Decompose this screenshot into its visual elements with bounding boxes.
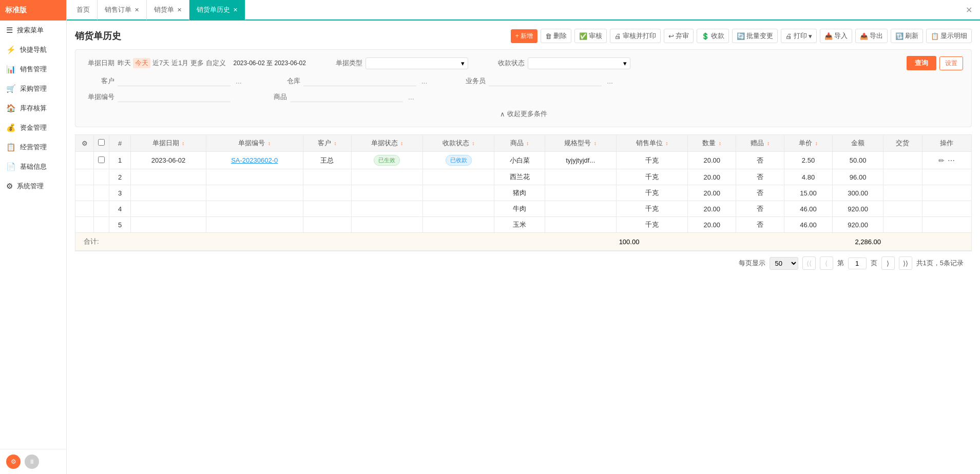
- row-transaction: [883, 185, 922, 201]
- row-goods: 小白菜: [494, 152, 545, 169]
- warehouse-label: 仓库: [270, 76, 300, 86]
- collect-btn[interactable]: 💲 收款: [697, 29, 729, 43]
- col-unit-price[interactable]: 单价 ↕: [784, 135, 833, 152]
- sidebar-item-label: 搜索菜单: [17, 26, 44, 35]
- salesman-ellipsis[interactable]: ...: [605, 77, 615, 85]
- row-num: 4: [109, 201, 131, 217]
- row-num: 3: [109, 185, 131, 201]
- customer-input[interactable]: [118, 75, 230, 86]
- sidebar-settings-btn[interactable]: ⚙: [6, 455, 21, 469]
- filter-row-1: 单据日期 昨天 今天 近7天 近1月 更多 自定义 2023-06-02 至 2…: [84, 56, 963, 70]
- date-custom[interactable]: 自定义: [206, 58, 226, 68]
- sidebar-item-finance[interactable]: 💰 资金管理: [0, 118, 66, 137]
- sidebar-item-search-menu[interactable]: ☰ 搜索菜单: [0, 21, 66, 40]
- doc-no-input[interactable]: [118, 91, 230, 102]
- tab-sales-goods-close[interactable]: ✕: [177, 7, 182, 13]
- page-title: 销货单历史: [75, 30, 121, 42]
- per-page-select[interactable]: 50 100 200: [770, 257, 798, 270]
- query-button[interactable]: 查询: [907, 56, 936, 70]
- col-row-num: #: [109, 135, 131, 152]
- row-amount: 300.00: [832, 185, 883, 201]
- date-more[interactable]: 更多: [190, 58, 204, 68]
- col-collect-status[interactable]: 收款状态 ↕: [423, 135, 494, 152]
- prev-page-btn[interactable]: ⟨: [820, 256, 833, 270]
- refresh-btn[interactable]: 🔃 刷新: [891, 29, 923, 43]
- row-select[interactable]: [98, 156, 105, 163]
- row-action: [922, 185, 971, 201]
- doc-type-select[interactable]: ▾: [366, 57, 468, 69]
- last-page-btn[interactable]: ⟩⟩: [899, 256, 912, 270]
- sidebar-item-quick-nav[interactable]: ⚡ 快捷导航: [0, 40, 66, 60]
- goods-input[interactable]: [290, 91, 403, 102]
- col-unit[interactable]: 销售单位 ↕: [616, 135, 687, 152]
- col-gear[interactable]: ⚙: [75, 135, 94, 152]
- first-page-btn[interactable]: ⟨⟨: [802, 256, 816, 270]
- delete-btn[interactable]: 🗑 删除: [541, 29, 571, 43]
- row-transaction: [883, 169, 922, 185]
- date-yesterday[interactable]: 昨天: [118, 58, 131, 68]
- tab-sales-history-close[interactable]: ✕: [233, 7, 238, 13]
- col-spec[interactable]: 规格型号 ↕: [545, 135, 616, 152]
- col-gift[interactable]: 赠品 ↕: [736, 135, 784, 152]
- row-checkbox: [94, 217, 109, 233]
- col-customer[interactable]: 客户 ↕: [303, 135, 351, 152]
- page-header: 销货单历史 + 新增 🗑 删除 ✅ 审核 🖨 审核并打印 ↩ 弃审: [75, 29, 972, 43]
- tab-sales-goods[interactable]: 销货单 ✕: [147, 0, 189, 20]
- audit-print-btn[interactable]: 🖨 审核并打印: [610, 29, 661, 43]
- goods-ellipsis[interactable]: ...: [406, 93, 416, 101]
- date-today[interactable]: 今天: [133, 58, 150, 68]
- sidebar-pause-btn[interactable]: ⏸: [25, 455, 39, 469]
- table-footer: 合计: 100.00 2,286.00: [75, 232, 972, 251]
- close-all-tabs-btn[interactable]: ✕: [960, 5, 977, 15]
- sidebar-item-purchase-mgmt[interactable]: 🛒 采购管理: [0, 79, 66, 98]
- doc-no-link[interactable]: SA-20230602-0: [231, 156, 278, 164]
- sidebar-item-label: 快捷导航: [20, 45, 47, 54]
- col-quantity[interactable]: 数量 ↕: [688, 135, 736, 152]
- collect-status-select[interactable]: ▾: [528, 57, 630, 69]
- more-icon[interactable]: ⋯: [948, 156, 955, 165]
- row-collect-status: [423, 169, 494, 185]
- audit-btn[interactable]: ✅ 审核: [574, 29, 607, 43]
- date-7days[interactable]: 近7天: [152, 58, 169, 68]
- next-page-btn[interactable]: ⟩: [881, 256, 895, 270]
- col-doc-no[interactable]: 单据编号 ↕: [206, 135, 303, 152]
- row-unit: 千克: [616, 152, 687, 169]
- sidebar-item-inventory[interactable]: 🏠 库存核算: [0, 98, 66, 118]
- date-1month[interactable]: 近1月: [171, 58, 188, 68]
- tab-home[interactable]: 首页: [69, 0, 98, 20]
- tab-sales-order-close[interactable]: ✕: [134, 7, 139, 13]
- col-date[interactable]: 单据日期 ↕: [131, 135, 206, 152]
- page-input[interactable]: [848, 258, 867, 269]
- salesman-input[interactable]: [489, 75, 602, 86]
- tab-sales-history[interactable]: 销货单历史 ✕: [189, 0, 245, 20]
- abandon-icon: ↩: [668, 32, 674, 40]
- export-btn[interactable]: 📤 导出: [855, 29, 888, 43]
- new-btn[interactable]: + 新增: [511, 29, 537, 43]
- sidebar-item-sales-mgmt[interactable]: 📊 销售管理: [0, 60, 66, 79]
- import-btn[interactable]: 📥 导入: [820, 29, 852, 43]
- sidebar-item-basic-info[interactable]: 📄 基础信息: [0, 157, 66, 176]
- customer-ellipsis[interactable]: ...: [234, 77, 244, 85]
- import-label: 导入: [834, 31, 848, 41]
- col-goods[interactable]: 商品 ↕: [494, 135, 545, 152]
- print-btn[interactable]: 🖨 打印 ▾: [781, 29, 817, 43]
- sidebar-item-sys-mgmt[interactable]: ⚙ 系统管理: [0, 176, 66, 196]
- abandon-btn[interactable]: ↩ 弃审: [664, 29, 694, 43]
- edit-icon[interactable]: ✏: [938, 156, 945, 165]
- tab-sales-order[interactable]: 销售订单 ✕: [98, 0, 147, 20]
- filter-settings-btn[interactable]: 设置: [939, 56, 963, 70]
- warehouse-ellipsis[interactable]: ...: [419, 77, 430, 85]
- batch-change-btn[interactable]: 🔄 批量变更: [732, 29, 778, 43]
- collect-label: 收款: [711, 31, 724, 41]
- show-detail-btn[interactable]: 📋 显示明细: [926, 29, 972, 43]
- collapse-btn[interactable]: ∧ 收起更多条件: [498, 107, 549, 121]
- warehouse-input[interactable]: [303, 75, 416, 86]
- select-all-checkbox[interactable]: [98, 139, 105, 146]
- col-doc-status[interactable]: 单据状态 ↕: [351, 135, 422, 152]
- sidebar-item-operation[interactable]: 📋 经营管理: [0, 137, 66, 157]
- row-action: ✏⋯: [922, 152, 971, 169]
- row-action: [922, 217, 971, 233]
- footer-label: 合计:: [84, 237, 99, 246]
- row-unit: 千克: [616, 217, 687, 233]
- row-num: 1: [109, 152, 131, 169]
